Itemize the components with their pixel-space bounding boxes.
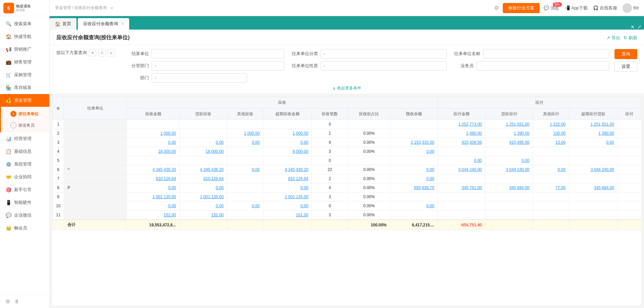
footer-prepay-balance: 6,417,215....: [390, 220, 438, 230]
salesperson-input[interactable]: ···: [476, 61, 609, 71]
sidebar-item-inventory[interactable]: 🏪 库存核算: [0, 81, 49, 94]
sidebar-item-sales[interactable]: 💼 销售管理: [0, 56, 49, 69]
unit-nature-arrow: ▾: [324, 64, 325, 68]
col-settings-header[interactable]: ⚙: [53, 97, 64, 120]
table-row: 30.000.000.000.0090.00%2,153,333.00915,5…: [53, 138, 641, 147]
unit-category-label: 往来单位分类: [291, 51, 318, 57]
filter-row-1: 结算单位 ··· 往来单位分类 ▾: [129, 49, 609, 58]
hardware-icon: 📱: [5, 200, 11, 206]
footer-recv-ratio: 100.00%: [348, 220, 390, 230]
filter-row-3: 部门 ▾: [129, 73, 609, 83]
export-icon: ↗: [606, 35, 610, 40]
service-icon: 🎧: [593, 5, 598, 10]
filter-scheme-top: 按以下方案查询 + ⊙ «: [56, 49, 123, 56]
messages-icon: 💬: [544, 5, 549, 10]
dept-input[interactable]: ▾: [152, 73, 247, 83]
tab-home[interactable]: 🏠 首页: [50, 18, 76, 30]
sidebar-item-hardware[interactable]: 📱 智能硬件: [0, 196, 49, 209]
purchase-icon: 🛒: [5, 72, 11, 78]
sidebar-item-guide[interactable]: 🎯 新手引导: [0, 183, 49, 196]
sidebar-item-quick-nav[interactable]: 🏠 快捷导航: [0, 30, 49, 43]
sidebar-item-wechat[interactable]: 💬 企业微信: [0, 209, 49, 222]
main-area: 资金管理 / 应收应付余额查询 ▾ ⚙ 体验行业方案 💬 消息 99+ 📲 Ap…: [50, 0, 644, 308]
app-download-icon: 📲: [565, 5, 570, 10]
table-row: 91,001,135.001,001,135.001,001,135.0030.…: [53, 192, 641, 202]
search-menu-icon: 🔍: [5, 21, 11, 27]
breadcrumb-dropdown-icon[interactable]: ▾: [111, 5, 113, 11]
collapse-btn[interactable]: ∧ 收起更多条件: [56, 84, 637, 92]
logo-text: 畅捷通账 标准版: [16, 4, 31, 12]
set-btn[interactable]: 设置: [614, 61, 637, 72]
sidebar-menu: 🔍 搜索菜单 🏠 快捷导航 📢 营销推广 💼 销售管理 🛒 采购管理 🏪: [0, 16, 49, 295]
user-menu[interactable]: Rit: [623, 3, 639, 13]
dept-label: 部门: [129, 75, 149, 81]
col-recv-amount: 应收金额: [127, 108, 179, 120]
sidebar-item-basic[interactable]: 📋 基础信息: [0, 145, 49, 158]
tab-close-icon[interactable]: ×: [121, 21, 124, 26]
query-btn[interactable]: 查询: [614, 49, 637, 59]
topbar-gear-icon[interactable]: ⚙: [494, 5, 499, 11]
filter-unit-name: 往来单位名称: [453, 49, 609, 58]
topbar: 资金管理 / 应收应付余额查询 ▾ ⚙ 体验行业方案 💬 消息 99+ 📲 Ap…: [50, 0, 644, 16]
refresh-btn[interactable]: ↻ 刷新: [624, 35, 637, 41]
tab-expand-icon[interactable]: ⤢: [637, 24, 641, 30]
prev-scheme-btn[interactable]: «: [108, 49, 115, 56]
collapse-icon[interactable]: ⏸: [14, 299, 19, 305]
sidebar-item-finance[interactable]: 💰 资金管理: [0, 94, 49, 107]
home-icon: 🏠: [55, 21, 60, 27]
logo-icon: 6: [3, 3, 14, 13]
filter-unit-nature: 往来单位性质 ▾: [291, 61, 447, 71]
col-pay-amount: 应付金额: [438, 108, 485, 120]
content-area: 应收应付余额查询(按往来单位) ↗ 导出 ↻ 刷新: [50, 30, 644, 308]
messages-btn[interactable]: 💬 消息 99+: [544, 5, 559, 11]
submenu-item-by-staff[interactable]: ○ 按业务员: [1, 120, 49, 131]
finance-icon: 💰: [5, 97, 11, 103]
col-pay-other: 其他应付: [533, 108, 569, 120]
table-row: 500.000.00: [53, 156, 641, 165]
salesperson-dots: ···: [479, 63, 485, 68]
sidebar-item-operation[interactable]: 📊 经营管理: [0, 132, 49, 145]
col-unit-header: 往来单位: [64, 97, 127, 120]
filter-unit-category: 往来单位分类 ▾: [291, 49, 447, 58]
action-buttons: 查询 设置: [614, 49, 637, 72]
edit-scheme-btn[interactable]: ⊙: [98, 49, 106, 56]
col-payable-group: 应付: [438, 97, 641, 108]
sidebar-item-purchase[interactable]: 🛒 采购管理: [0, 69, 49, 81]
wechat-icon: 💬: [5, 212, 11, 218]
by-unit-icon: ●: [10, 111, 16, 117]
sidebar-item-cooperation[interactable]: 🤝 企业协同: [0, 171, 49, 183]
sidebar-item-member[interactable]: 👑 畅会员: [0, 222, 49, 234]
filter-row-2: 分管部门 ▾ 往来单位性质 ▾: [129, 61, 609, 71]
sidebar-item-marketing[interactable]: 📢 营销推广: [0, 43, 49, 56]
settings-bottom-icon[interactable]: ⚙: [5, 298, 10, 305]
unit-nature-input[interactable]: ▾: [321, 61, 447, 71]
submenu-item-by-unit[interactable]: ● 按往来单位: [1, 108, 49, 120]
unit-category-input[interactable]: ▾: [321, 49, 447, 58]
unit-name-input[interactable]: [483, 49, 609, 58]
app-download-btn[interactable]: 📲 App下载: [565, 5, 588, 11]
member-icon: 👑: [5, 225, 11, 231]
page-header: 应收应付余额查询(按往来单位) ↗ 导出 ↻ 刷新: [50, 30, 644, 45]
online-service-btn[interactable]: 🎧 在线客服: [593, 5, 617, 11]
footer-recv-overdue: [263, 220, 312, 230]
col-recv-loan: 贷款应收: [179, 108, 227, 120]
sidebar-item-search-menu[interactable]: 🔍 搜索菜单: [0, 17, 49, 30]
salesperson-label: 业务员: [453, 63, 474, 69]
sidebar-item-system[interactable]: ⚙️ 系统管理: [0, 158, 49, 171]
filter-scheme-label: 按以下方案查询: [56, 50, 87, 56]
add-scheme-btn[interactable]: +: [89, 49, 96, 56]
tab-query[interactable]: 应收应付余额查询 ×: [78, 18, 129, 30]
trial-btn[interactable]: 体验行业方案: [503, 3, 540, 13]
col-pay-loan: 贷款应付: [485, 108, 533, 120]
dept-manager-label: 分管部门: [129, 63, 149, 69]
export-btn[interactable]: ↗ 导出: [606, 35, 620, 41]
col-pay-overdue: 超期应付贷款: [569, 108, 618, 120]
tab-bar-right: ✕ ⤢: [631, 24, 644, 30]
basic-icon: 📋: [5, 148, 11, 155]
dept-manager-input[interactable]: ▾: [152, 61, 284, 71]
footer-recv-amount: 19,553,472,6...: [127, 220, 179, 230]
settlement-unit-dots: ···: [155, 51, 160, 56]
settlement-unit-input[interactable]: ···: [152, 49, 284, 58]
tab-close-window-icon[interactable]: ✕: [631, 24, 635, 30]
filter-salesperson: 业务员 ···: [453, 61, 609, 71]
